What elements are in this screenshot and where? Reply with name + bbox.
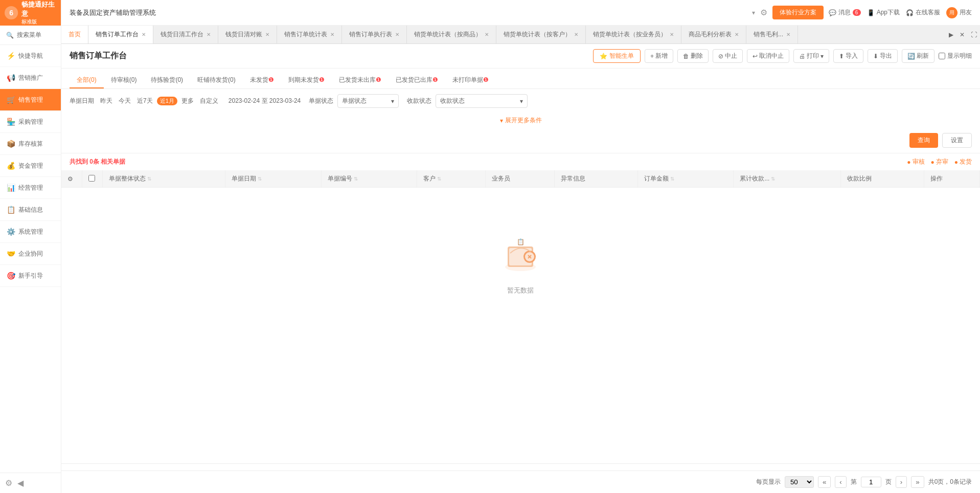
subtab-unshipped[interactable]: 未发货❶ bbox=[243, 73, 281, 88]
last-page-btn[interactable]: » bbox=[911, 476, 924, 488]
tab-margin-analysis[interactable]: 商品毛利分析表 ✕ bbox=[681, 26, 746, 44]
settings-gear-icon[interactable]: ⚙ bbox=[760, 8, 767, 17]
sidebar-item-operation[interactable]: 📊 经营管理 bbox=[0, 177, 61, 199]
first-page-btn[interactable]: « bbox=[818, 476, 831, 488]
date-opt-yesterday[interactable]: 昨天 bbox=[98, 96, 115, 106]
sidebar-item-quicknav[interactable]: ⚡ 快捷导航 bbox=[0, 45, 61, 67]
th-doc-no[interactable]: 单据编号⇅ bbox=[321, 170, 417, 188]
search-menu[interactable]: 🔍 搜索菜单 bbox=[0, 26, 61, 45]
tab-close-icon-3[interactable]: ✕ bbox=[265, 32, 269, 37]
batch-review-btn[interactable]: ● 审核 bbox=[907, 158, 924, 166]
horizontal-scrollbar[interactable] bbox=[61, 463, 980, 470]
sidebar-item-basic[interactable]: 📋 基础信息 bbox=[0, 199, 61, 221]
print-button[interactable]: 🖨 打印 ▾ bbox=[793, 49, 829, 63]
refresh-button[interactable]: 🔄 刷新 bbox=[902, 49, 935, 63]
subtab-overdue-unshipped[interactable]: 到期未发货❶ bbox=[281, 73, 332, 88]
subtab-shipped-out[interactable]: 已发货已出库❶ bbox=[389, 73, 445, 88]
subtab-wangpu-ship[interactable]: 旺铺待发货(0) bbox=[190, 73, 243, 88]
tab-close-icon[interactable]: ✕ bbox=[142, 32, 146, 37]
settings-icon[interactable]: ⚙ bbox=[5, 478, 12, 488]
subtab-shipped-not-out[interactable]: 已发货未出库❶ bbox=[332, 73, 389, 88]
th-checkbox[interactable] bbox=[82, 170, 102, 188]
subtab-unprinted[interactable]: 未打印单据❶ bbox=[445, 73, 496, 88]
sidebar-item-purchase[interactable]: 🏪 采购管理 bbox=[0, 111, 61, 133]
date-opt-7days[interactable]: 近7天 bbox=[135, 96, 155, 106]
th-doc-status[interactable]: 单据整体状态⇅ bbox=[102, 170, 225, 188]
th-accum-payment[interactable]: 累计收款...⇅ bbox=[734, 170, 841, 188]
show-detail-checkbox[interactable] bbox=[939, 53, 945, 59]
sidebar-item-guide[interactable]: 🎯 新手引导 bbox=[0, 265, 61, 287]
th-payment-ratio[interactable]: 收款比例 bbox=[841, 170, 924, 188]
th-customer[interactable]: 客户⇅ bbox=[417, 170, 485, 188]
th-operations: 操作 bbox=[924, 170, 979, 188]
dropdown-arrow[interactable]: ▾ bbox=[752, 9, 755, 16]
tab-goods-stats[interactable]: 销货单统计表（按商品） ✕ bbox=[407, 26, 496, 44]
th-salesman[interactable]: 业务员 bbox=[485, 170, 555, 188]
app-download-btn[interactable]: 📱 App下载 bbox=[867, 8, 900, 17]
add-button[interactable]: + 新增 bbox=[645, 49, 673, 63]
tab-close-all[interactable]: ✕ bbox=[956, 26, 968, 44]
message-badge: 6 bbox=[853, 9, 861, 16]
date-opt-custom[interactable]: 自定义 bbox=[198, 96, 220, 106]
date-opt-more[interactable]: 更多 bbox=[179, 96, 196, 106]
export-button[interactable]: ⬇ 导出 bbox=[868, 49, 898, 63]
query-button[interactable]: 查询 bbox=[909, 133, 938, 148]
status-filter-select[interactable]: 单据状态 ▾ bbox=[337, 94, 399, 108]
sidebar-item-sales[interactable]: 🛒 销售管理 bbox=[0, 89, 61, 111]
tab-close-icon-7[interactable]: ✕ bbox=[574, 32, 578, 37]
sidebar-item-system[interactable]: ⚙️ 系统管理 bbox=[0, 221, 61, 243]
page-number-input[interactable] bbox=[861, 477, 881, 487]
tab-cashflow-daily[interactable]: 钱货日清工作台 ✕ bbox=[153, 26, 218, 44]
tab-sales-margin[interactable]: 销售毛利... ✕ bbox=[746, 26, 798, 44]
batch-cancel-review-btn[interactable]: ● 弃审 bbox=[931, 158, 948, 166]
import-button[interactable]: ⬆ 导入 bbox=[833, 49, 863, 63]
show-detail-checkbox-label[interactable]: 显示明细 bbox=[939, 52, 972, 60]
subtab-pending-pick[interactable]: 待拣验货(0) bbox=[144, 73, 190, 88]
subtab-all[interactable]: 全部(0) bbox=[70, 73, 104, 88]
user-btn[interactable]: 用 用友 bbox=[946, 7, 972, 18]
tab-salesman-stats[interactable]: 销货单统计表（按业务员） ✕ bbox=[586, 26, 681, 44]
collapse-icon[interactable]: ◀ bbox=[17, 478, 24, 488]
cancel-stop-button[interactable]: ↩ 取消中止 bbox=[747, 49, 789, 63]
tab-scroll-right[interactable]: ▶ bbox=[946, 26, 956, 44]
message-btn[interactable]: 💬 消息 6 bbox=[829, 8, 861, 17]
stop-button[interactable]: ⊘ 中止 bbox=[713, 49, 743, 63]
date-opt-1month[interactable]: 近1月 bbox=[157, 97, 177, 105]
sidebar-item-marketing[interactable]: 📢 营销推广 bbox=[0, 67, 61, 89]
th-settings[interactable]: ⚙ bbox=[61, 170, 82, 188]
online-service-btn[interactable]: 🎧 在线客服 bbox=[906, 8, 940, 17]
th-doc-date[interactable]: 单据日期⇅ bbox=[225, 170, 321, 188]
expand-filter-btn[interactable]: ▾ 展开更多条件 bbox=[500, 116, 542, 125]
tab-close-icon-5[interactable]: ✕ bbox=[395, 32, 399, 37]
tab-expand[interactable]: ⛶ bbox=[968, 26, 980, 44]
delete-button[interactable]: 🗑 删除 bbox=[677, 49, 709, 63]
subtab-pending-review[interactable]: 待审核(0) bbox=[104, 73, 144, 88]
tab-close-icon-9[interactable]: ✕ bbox=[735, 32, 739, 37]
tab-close-icon-4[interactable]: ✕ bbox=[330, 32, 334, 37]
payment-filter-select[interactable]: 收款状态 ▾ bbox=[436, 94, 528, 108]
batch-ship-btn[interactable]: ● 发货 bbox=[954, 158, 972, 166]
smart-generate-button[interactable]: ⭐ 智能生单 bbox=[593, 49, 641, 63]
sidebar-item-inventory[interactable]: 📦 库存核算 bbox=[0, 133, 61, 155]
th-order-amount[interactable]: 订单金额⇅ bbox=[638, 170, 734, 188]
tab-home[interactable]: 首页 bbox=[61, 26, 88, 44]
tab-close-icon-6[interactable]: ✕ bbox=[485, 32, 489, 37]
th-abnormal[interactable]: 异常信息 bbox=[555, 170, 638, 188]
tab-sales-workbench[interactable]: 销售订单工作台 ✕ bbox=[88, 26, 153, 44]
tab-sales-exec[interactable]: 销售订单执行表 ✕ bbox=[342, 26, 407, 44]
tab-close-icon-2[interactable]: ✕ bbox=[207, 32, 211, 37]
select-all-checkbox[interactable] bbox=[88, 175, 95, 182]
tab-customer-stats[interactable]: 销货单统计表（按客户） ✕ bbox=[496, 26, 586, 44]
sidebar-item-finance[interactable]: 💰 资金管理 bbox=[0, 155, 61, 177]
prev-page-btn[interactable]: ‹ bbox=[835, 476, 846, 488]
tab-sales-stats[interactable]: 销售订单统计表 ✕ bbox=[277, 26, 342, 44]
tab-close-icon-8[interactable]: ✕ bbox=[670, 32, 674, 37]
page-size-select[interactable]: 10 20 50 100 bbox=[785, 476, 814, 488]
next-page-btn[interactable]: › bbox=[896, 476, 907, 488]
sidebar-item-enterprise[interactable]: 🤝 企业协同 bbox=[0, 243, 61, 265]
filter-setting-button[interactable]: 设置 bbox=[942, 133, 972, 148]
industry-solution-button[interactable]: 体验行业方案 bbox=[772, 6, 824, 19]
date-opt-today[interactable]: 今天 bbox=[117, 96, 133, 106]
tab-close-icon-10[interactable]: ✕ bbox=[786, 32, 790, 37]
tab-cashflow-reconcile[interactable]: 钱货日清对账 ✕ bbox=[218, 26, 277, 44]
